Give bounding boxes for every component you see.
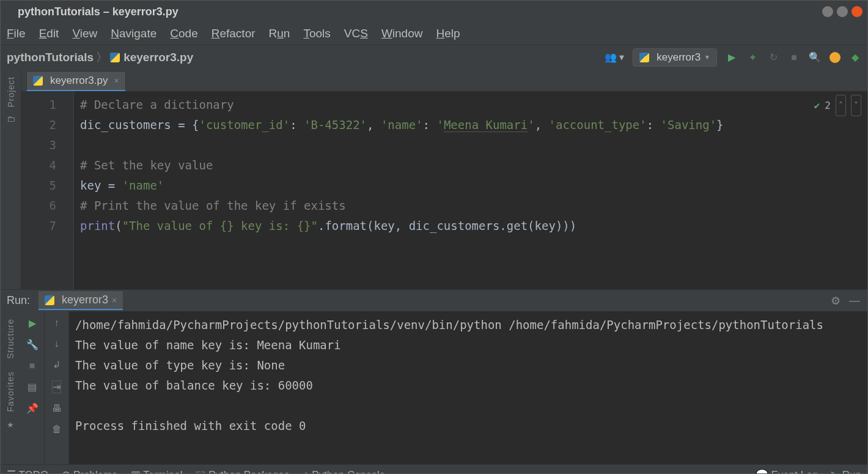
code-line: key = [80,179,122,192]
search-icon[interactable]: 🔍 [809,51,821,63]
tool-windows-bar: ☰ TODO ⊘ Problems ▣ Terminal ⬚ Python Pa… [1,464,867,474]
close-icon[interactable]: × [114,76,119,86]
code-line: # Declare a dictionary [80,98,234,111]
tab-label: keyerror3.py [50,75,108,87]
chevron-up-icon[interactable]: ˄ [836,95,846,116]
console-line: The value of name key is: Meena Kumari [75,338,341,352]
editor-tab-row: keyerror3.py × [21,69,867,91]
inspection-count: 2 [825,95,831,116]
problems-tab[interactable]: ⊘ Problems [62,468,117,474]
wrap-icon[interactable]: ↲ [53,359,61,371]
rerun-icon[interactable]: ▶ [29,317,36,329]
minimize-icon[interactable]: — [849,294,860,308]
menu-view[interactable]: View [72,27,97,40]
lineno: 3 [25,135,56,155]
run-tab[interactable]: keyerror3 × [39,291,123,310]
run-config-dropdown[interactable]: keyerror3 ▼ [633,48,717,67]
titlebar: pythonTutorials – keyerror3.py [1,1,867,23]
run-config-name: keyerror3 [657,51,701,64]
run-tab-label: keyerror3 [62,294,108,306]
breadcrumb-project[interactable]: pythonTutorials [7,51,94,64]
minimize-button[interactable] [822,6,833,17]
lineno: 4 [25,155,56,176]
menubar: File Edit View Navigate Code Refactor Ru… [1,23,867,45]
close-button[interactable] [851,6,862,17]
gutter: 1 2 3 4 5 6 7 [21,91,74,289]
menu-help[interactable]: Help [436,27,460,40]
favorites-tool-tab[interactable]: Favorites [6,371,15,412]
ide-assistant-icon[interactable] [829,52,840,63]
menu-vcs[interactable]: VCS [344,27,368,40]
star-icon[interactable]: ★ [7,420,14,429]
lineno: 5 [25,176,56,196]
run-toolbar-1: ▶ 🔧 ■ ▤ 📌 [20,311,45,464]
up-icon[interactable]: ↑ [54,317,59,328]
python-icon [639,53,649,62]
navbar-right: 👥 ▾ keyerror3 ▼ ▶ ⌖ ↻ ■ 🔍 ◆ [605,48,861,67]
structure-tool-tab[interactable]: Structure [6,319,15,359]
menu-tools[interactable]: Tools [303,27,330,40]
chevron-down-icon[interactable]: ˅ [851,95,861,116]
menu-refactor[interactable]: Refactor [211,27,256,40]
run-tab-bottom[interactable]: ▶ Run [831,468,861,474]
run-button[interactable]: ▶ [726,51,738,63]
debug-button[interactable]: ⌖ [746,52,759,63]
rerun-button[interactable]: ↻ [767,51,779,63]
close-icon[interactable]: × [112,295,117,305]
run-toolbar-2: ↑ ↓ ↲ ⇥ 🖶 🗑 [45,311,69,464]
editor-body[interactable]: 1 2 3 4 5 6 7 # Declare a dictionary dic… [21,91,867,289]
gear-icon[interactable]: ⚙ [831,294,840,308]
layout-icon[interactable]: ▤ [28,381,37,393]
python-file-icon [33,76,43,86]
trash-icon[interactable]: 🗑 [52,424,62,435]
packages-tab[interactable]: ⬚ Python Packages [196,468,289,474]
project-tool-tab[interactable]: Project [6,76,16,108]
code-with-me-icon[interactable]: 👥 ▾ [605,51,624,63]
maximize-button[interactable] [837,6,848,17]
console-tab[interactable]: ⌖ Python Console [303,469,386,475]
folder-icon[interactable]: 🗀 [7,114,15,124]
event-log-tab[interactable]: 💬 Event Log [756,468,818,474]
console-line: The value of type key is: None [75,358,285,372]
menu-run[interactable]: Run [269,27,290,40]
lineno: 1 [25,95,56,115]
terminal-tab[interactable]: ▣ Terminal [131,468,183,474]
code-area[interactable]: # Declare a dictionary dic_customers = {… [74,91,867,289]
console-line: The value of balance key is: 60000 [75,379,313,392]
python-file-icon [110,53,120,62]
left-rail: Project 🗀 [1,69,21,289]
menu-file[interactable]: File [7,27,26,40]
lineno: 6 [25,196,56,216]
menu-edit[interactable]: Edit [39,27,59,40]
ide-features-icon[interactable]: ◆ [849,51,861,63]
down-icon[interactable]: ↓ [54,338,59,349]
menu-code[interactable]: Code [170,27,197,40]
editor-pane: keyerror3.py × 1 2 3 4 5 6 7 # Declare a… [21,69,867,289]
check-icon[interactable]: ✔ [814,95,820,116]
todo-tab[interactable]: ☰ TODO [7,468,48,474]
python-icon [45,295,54,305]
run-body: Structure Favorites ★ ▶ 🔧 ■ ▤ 📌 ↑ ↓ ↲ ⇥ … [1,311,867,464]
side-rail: Structure Favorites ★ [1,311,20,464]
scroll-end-icon[interactable]: ⇥ [52,380,61,393]
wrench-icon[interactable]: 🔧 [26,339,39,350]
window-title: pythonTutorials – keyerror3.py [18,6,178,18]
stop-button[interactable]: ■ [788,52,800,63]
console-output[interactable]: /home/fahmida/PycharmProjects/pythonTuto… [69,311,867,464]
menu-window[interactable]: Window [381,27,423,40]
chevron-down-icon: ▼ [704,54,710,61]
code-line: # Set the key value [80,158,213,172]
print-icon[interactable]: 🖶 [52,403,62,414]
lineno: 2 [25,115,56,135]
menu-navigate[interactable]: Navigate [111,27,156,40]
run-title: Run: [7,294,30,307]
pin-icon[interactable]: 📌 [26,402,39,414]
navbar: pythonTutorials 〉 keyerror3.py 👥 ▾ keyer… [1,45,867,69]
console-line: /home/fahmida/PycharmProjects/pythonTuto… [75,318,823,331]
run-header: Run: keyerror3 × ⚙ — [1,289,867,311]
editor-tab[interactable]: keyerror3.py × [26,71,126,91]
main-area: Project 🗀 keyerror3.py × 1 2 3 4 5 6 7 #… [1,69,867,289]
stop-icon[interactable]: ■ [29,360,35,371]
breadcrumb-file[interactable]: keyerror3.py [123,51,193,64]
breadcrumb: pythonTutorials 〉 keyerror3.py [7,50,193,65]
